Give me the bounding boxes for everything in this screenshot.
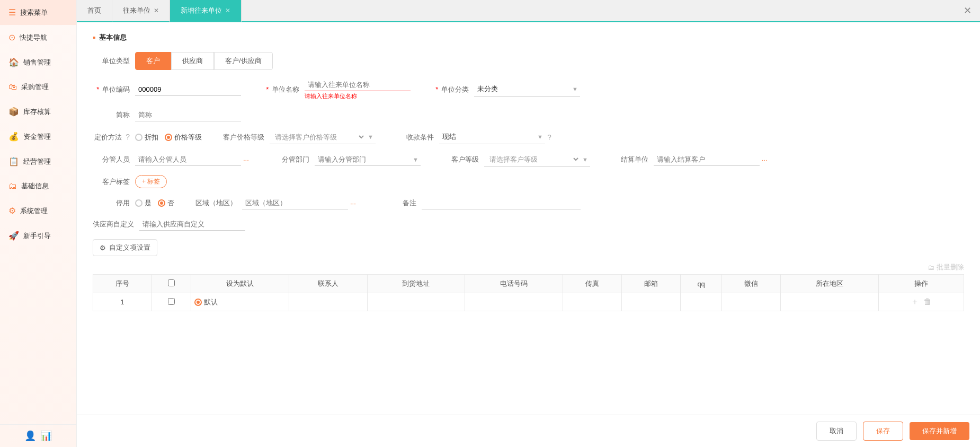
required-star-name: * bbox=[266, 85, 269, 93]
contacts-table: 序号 设为默认 联系人 到货地址 电话号码 传真 邮箱 qq 微信 所在地区 操… bbox=[93, 274, 964, 311]
disable-radio-yes[interactable]: 是 bbox=[135, 198, 152, 208]
sidebar-item-purchase[interactable]: 🛍 采购管理 bbox=[0, 75, 76, 99]
dept-input[interactable] bbox=[315, 153, 411, 165]
row-email bbox=[622, 293, 681, 311]
sidebar-bottom-icon-left[interactable]: 👤 bbox=[24, 430, 36, 442]
row-code-name-category: * 单位编码 * 单位名称 请输入往来单位名称 * bbox=[93, 78, 964, 100]
unit-category-unit: * 单位分类 未分类 ▼ bbox=[432, 82, 580, 97]
guide-icon: 🚀 bbox=[8, 231, 19, 241]
unit-category-label: * 单位分类 bbox=[432, 85, 474, 94]
abbreviation-input[interactable] bbox=[135, 109, 241, 121]
remark-label: 备注 bbox=[379, 198, 422, 208]
col-seq: 序号 bbox=[93, 275, 152, 293]
sidebar-item-search[interactable]: ☰ 搜索菜单 bbox=[0, 0, 76, 25]
dept-select-wrap[interactable]: ▼ bbox=[315, 153, 421, 166]
row-delete-button[interactable]: 🗑 bbox=[923, 297, 932, 306]
row-add-button[interactable]: ＋ bbox=[911, 297, 919, 306]
row-qq bbox=[681, 293, 722, 311]
pricing-method-question[interactable]: ? bbox=[126, 133, 130, 141]
cancel-button[interactable]: 取消 bbox=[816, 422, 857, 441]
sidebar-item-inventory[interactable]: 📦 库存核算 bbox=[0, 99, 76, 124]
save-button[interactable]: 保存 bbox=[863, 422, 903, 441]
customer-level-input[interactable]: 请选择客户等级 bbox=[484, 153, 580, 166]
tab-new-unit-close[interactable]: ✕ bbox=[225, 7, 230, 14]
region-input[interactable] bbox=[242, 197, 348, 209]
type-btn-customer[interactable]: 客户 bbox=[135, 52, 171, 70]
sidebar-item-sys-mgmt[interactable]: ⚙ 系统管理 bbox=[0, 198, 76, 223]
sidebar-item-quick-nav[interactable]: ⊙ 快捷导航 bbox=[0, 25, 76, 50]
payment-terms-label: 收款条件 bbox=[397, 133, 439, 142]
col-location: 所在地区 bbox=[781, 275, 879, 293]
col-contact: 联系人 bbox=[289, 275, 367, 293]
row-default-label: 默认 bbox=[204, 297, 218, 307]
batch-delete-label[interactable]: 批量删除 bbox=[937, 262, 964, 272]
sidebar-item-quick-nav-label: 快捷导航 bbox=[20, 33, 47, 42]
global-close-button[interactable]: ✕ bbox=[955, 5, 980, 16]
payment-terms-question[interactable]: ? bbox=[547, 133, 551, 142]
required-star-code: * bbox=[96, 85, 99, 93]
content-area: ▪ 基本信息 单位类型 客户 供应商 客户/供应商 * 单位编码 bbox=[77, 22, 980, 415]
select-all-checkbox[interactable] bbox=[168, 279, 175, 286]
customer-level-label: 客户等级 bbox=[442, 155, 484, 164]
customer-level-arrow: ▼ bbox=[580, 156, 590, 163]
add-tag-button[interactable]: + 标签 bbox=[135, 175, 167, 188]
sidebar-item-finance[interactable]: 💰 资金管理 bbox=[0, 124, 76, 149]
customer-level-select-wrap[interactable]: 请选择客户等级 ▼ bbox=[484, 153, 590, 166]
row-actions: ＋ 🗑 bbox=[878, 293, 964, 311]
region-ellipsis[interactable]: ··· bbox=[348, 199, 358, 207]
customer-price-level-select[interactable]: 请选择客户价格等级 ▼ bbox=[270, 130, 376, 144]
pricing-radio-group: 折扣 价格等级 bbox=[135, 133, 202, 142]
unit-category-select-wrap[interactable]: 未分类 ▼ bbox=[474, 82, 580, 97]
settlement-unit-ellipsis[interactable]: ··· bbox=[760, 156, 770, 164]
tab-unit-list[interactable]: 往来单位 ✕ bbox=[112, 0, 170, 22]
payment-terms-select-wrap[interactable]: 现结 ▼ bbox=[439, 130, 545, 144]
sidebar-item-guide[interactable]: 🚀 新手引导 bbox=[0, 223, 76, 248]
row-default-radio[interactable]: 默认 bbox=[194, 297, 286, 307]
save-new-button[interactable]: 保存并新增 bbox=[910, 422, 969, 440]
row-select-checkbox[interactable] bbox=[168, 298, 175, 305]
disable-radio-yes-dot bbox=[135, 199, 142, 207]
type-btn-supplier[interactable]: 供应商 bbox=[171, 52, 214, 70]
col-phone: 电话号码 bbox=[465, 275, 563, 293]
pricing-radio-discount[interactable]: 折扣 bbox=[135, 133, 158, 142]
row-abbreviation: 简称 bbox=[93, 109, 964, 121]
pricing-radio-price-level[interactable]: 价格等级 bbox=[165, 133, 202, 142]
sidebar-item-basic-info[interactable]: 🗂 基础信息 bbox=[0, 174, 76, 198]
unit-code-label: * 单位编码 bbox=[93, 85, 135, 94]
row-location bbox=[781, 293, 879, 311]
remark-input[interactable] bbox=[422, 197, 581, 209]
settlement-unit-input[interactable] bbox=[654, 153, 760, 166]
custom-settings-button[interactable]: ⚙ 自定义项设置 bbox=[93, 239, 157, 256]
region-unit: 区域（地区） ··· bbox=[195, 197, 358, 209]
manager-input[interactable] bbox=[135, 153, 241, 166]
row-tags: 客户标签 + 标签 bbox=[93, 175, 964, 188]
payment-terms-unit: 收款条件 现结 ▼ ? bbox=[397, 130, 551, 144]
supplier-custom-unit: 供应商自定义 bbox=[93, 218, 245, 231]
manager-ellipsis[interactable]: ··· bbox=[241, 156, 251, 164]
disable-radio-no-dot bbox=[158, 199, 165, 207]
row-contact bbox=[289, 293, 367, 311]
supplier-custom-input[interactable] bbox=[139, 218, 245, 231]
unit-name-input[interactable] bbox=[305, 78, 411, 91]
unit-name-error: 请输入往来单位名称 bbox=[305, 92, 411, 100]
tab-unit-list-close[interactable]: ✕ bbox=[154, 7, 159, 14]
row-disable-region: 停用 是 否 区域（地区） ··· bbox=[93, 197, 964, 209]
sidebar-item-operations[interactable]: 📋 经营管理 bbox=[0, 149, 76, 174]
sidebar-bottom-icon-right[interactable]: 📊 bbox=[40, 430, 52, 442]
unit-code-input[interactable] bbox=[135, 83, 241, 96]
tab-home-label: 首页 bbox=[87, 6, 101, 15]
basic-info-icon: 🗂 bbox=[8, 181, 17, 191]
customer-price-level-input[interactable]: 请选择客户价格等级 bbox=[270, 130, 366, 144]
tab-new-unit[interactable]: 新增往来单位 ✕ bbox=[170, 0, 242, 22]
batch-delete-icon: 🗂 bbox=[928, 264, 934, 271]
tab-bar: 首页 往来单位 ✕ 新增往来单位 ✕ ✕ bbox=[77, 0, 980, 22]
sidebar-item-sales[interactable]: 🏠 销售管理 bbox=[0, 50, 76, 75]
unit-name-field: 请输入往来单位名称 bbox=[305, 78, 411, 100]
pricing-radio-price-level-dot bbox=[165, 134, 172, 141]
inventory-icon: 📦 bbox=[8, 107, 19, 117]
main-area: 首页 往来单位 ✕ 新增往来单位 ✕ ✕ ▪ 基本信息 单位类型 客户 供应商 … bbox=[77, 0, 980, 447]
disable-radio-no[interactable]: 否 bbox=[158, 198, 174, 208]
tab-home[interactable]: 首页 bbox=[77, 0, 112, 22]
type-btn-both[interactable]: 客户/供应商 bbox=[214, 52, 273, 70]
search-menu-icon: ☰ bbox=[8, 7, 16, 17]
